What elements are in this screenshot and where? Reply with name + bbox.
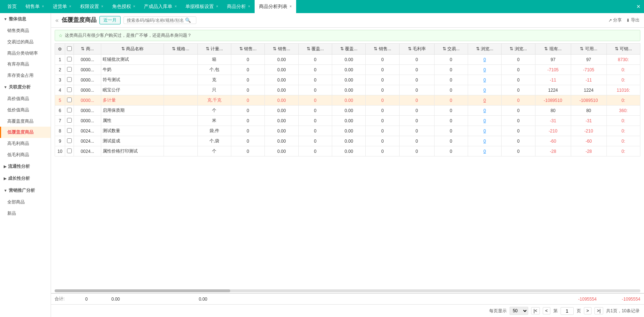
row-checkbox[interactable] bbox=[67, 77, 72, 82]
table-row: 40000...眠宝公仔只00.0000.0000000122412241101… bbox=[55, 85, 640, 95]
nav-close-sales-order[interactable]: × bbox=[42, 0, 44, 13]
sort-icon[interactable]: ⇅ bbox=[239, 46, 243, 51]
nav-close-goods-analysis-list[interactable]: × bbox=[290, 0, 292, 13]
last-page-button[interactable]: >| bbox=[594, 307, 603, 314]
first-page-button[interactable]: |< bbox=[531, 307, 540, 314]
close-all-tabs-button[interactable]: × bbox=[636, 3, 640, 10]
sidebar-item-high-value[interactable]: 高价值商品 bbox=[0, 93, 51, 104]
row-checkbox[interactable] bbox=[67, 148, 72, 153]
per-page-select[interactable]: 50 100 200 bbox=[510, 307, 528, 315]
sort-icon[interactable]: ⇅ bbox=[206, 46, 209, 51]
table-cell[interactable] bbox=[65, 146, 74, 156]
sidebar-item-new-goods[interactable]: 新品 bbox=[0, 208, 51, 219]
nav-close-template-settings[interactable]: × bbox=[216, 0, 218, 13]
search-input[interactable] bbox=[127, 18, 185, 23]
sidebar-item-low-gross[interactable]: 低毛利商品 bbox=[0, 149, 51, 161]
row-checkbox[interactable] bbox=[67, 57, 72, 62]
table-cell: 0 bbox=[502, 55, 535, 65]
sort-icon[interactable]: ⇅ bbox=[121, 46, 125, 51]
sort-icon[interactable]: ⇅ bbox=[476, 46, 480, 51]
sort-icon[interactable]: ⇅ bbox=[443, 46, 446, 51]
row-checkbox[interactable] bbox=[67, 128, 72, 133]
horizontal-scrollbar[interactable] bbox=[55, 289, 640, 292]
table-cell: -28 bbox=[571, 146, 606, 156]
sidebar-section-coverage[interactable]: ▼ 关联度分析 bbox=[0, 81, 51, 93]
sort-icon[interactable]: ⇅ bbox=[580, 46, 584, 51]
table-cell[interactable] bbox=[65, 75, 74, 85]
next-page-button[interactable]: > bbox=[584, 307, 592, 314]
row-checkbox[interactable] bbox=[67, 87, 72, 92]
sidebar-item-stocked-goods[interactable]: 有库存商品 bbox=[0, 59, 51, 70]
sidebar-section-marketing[interactable]: ▼ 营销推广分析 bbox=[0, 185, 51, 197]
sidebar-item-high-gross[interactable]: 高毛利商品 bbox=[0, 138, 51, 149]
sort-icon[interactable]: ⇅ bbox=[307, 46, 310, 51]
row-checkbox[interactable] bbox=[67, 67, 72, 72]
nav-permission-settings[interactable]: 权限设置 × bbox=[76, 0, 108, 13]
table-cell[interactable] bbox=[65, 126, 74, 136]
sidebar-section-overall[interactable]: ▼ 整体信息 bbox=[0, 13, 51, 25]
sort-icon[interactable]: ⇅ bbox=[340, 46, 344, 51]
share-button[interactable]: ↗ 分享 bbox=[608, 17, 622, 23]
table-cell[interactable] bbox=[65, 116, 74, 126]
page-number-input[interactable] bbox=[561, 307, 574, 315]
nav-sales-order[interactable]: 销售单 × bbox=[21, 0, 48, 13]
table-container[interactable]: ⚙ ⇅ 商... ⇅ 商品名称 ⇅ 规格... ⇅ 计量... ⇅ 销售... … bbox=[51, 43, 644, 289]
nav-goods-analysis[interactable]: 商品分析 × bbox=[223, 0, 255, 13]
sidebar-item-low-value[interactable]: 低价值商品 bbox=[0, 104, 51, 116]
sort-icon[interactable]: ⇅ bbox=[408, 46, 412, 51]
sort-icon[interactable]: ⇅ bbox=[510, 46, 513, 51]
nav-close-permission-settings[interactable]: × bbox=[101, 0, 103, 13]
nav-close-purchase-order[interactable]: × bbox=[69, 0, 71, 13]
sidebar-item-sales-goods[interactable]: 销售类商品 bbox=[0, 25, 51, 36]
scrollbar-thumb[interactable] bbox=[55, 289, 230, 292]
table-cell: 0.00 bbox=[265, 116, 298, 126]
table-cell: 0.00 bbox=[265, 146, 298, 156]
export-button[interactable]: ⬇ 导出 bbox=[626, 17, 640, 23]
table-cell[interactable] bbox=[65, 95, 74, 106]
period-filter-button[interactable]: 近一月 bbox=[99, 16, 121, 24]
nav-close-goods-analysis[interactable]: × bbox=[248, 0, 250, 13]
table-cell: 0024... bbox=[74, 126, 101, 136]
sort-icon[interactable]: ⇅ bbox=[172, 46, 176, 51]
nav-close-product-warehouse[interactable]: × bbox=[174, 0, 177, 13]
sort-icon[interactable]: ⇅ bbox=[374, 46, 377, 51]
settings-column-header[interactable]: ⚙ bbox=[55, 44, 65, 55]
sidebar-item-stock-capital[interactable]: 库存资金占用 bbox=[0, 70, 51, 81]
nav-home[interactable]: 首页 bbox=[3, 0, 21, 13]
table-cell: 0 bbox=[231, 146, 264, 156]
nav-template-settings[interactable]: 单据模板设置 × bbox=[181, 0, 223, 13]
table-cell[interactable] bbox=[65, 106, 74, 116]
table-cell[interactable] bbox=[65, 85, 74, 95]
sidebar-section-circulation[interactable]: ▶ 流通性分析 bbox=[0, 161, 51, 173]
table-cell[interactable] bbox=[65, 55, 74, 65]
table-cell[interactable] bbox=[65, 136, 74, 146]
sidebar-section-growth[interactable]: ▶ 成长性分析 bbox=[0, 173, 51, 185]
sort-icon[interactable]: ⇅ bbox=[544, 46, 548, 51]
row-checkbox[interactable] bbox=[67, 138, 72, 143]
sidebar-item-high-coverage[interactable]: 高覆盖度商品 bbox=[0, 116, 51, 127]
nav-purchase-order[interactable]: 进货单 × bbox=[48, 0, 76, 13]
nav-role-auth[interactable]: 角色授权 × bbox=[108, 0, 140, 13]
sort-icon[interactable]: ⇅ bbox=[615, 46, 619, 51]
table-cell[interactable] bbox=[65, 65, 74, 75]
nav-product-warehouse[interactable]: 产成品入库单 × bbox=[140, 0, 181, 13]
sidebar-item-traded-goods[interactable]: 交易过的商品 bbox=[0, 36, 51, 48]
table-cell: 0: bbox=[606, 95, 640, 106]
table-cell: 0.00 bbox=[265, 136, 298, 146]
select-all-checkbox[interactable] bbox=[67, 46, 72, 51]
sort-icon[interactable]: ⇅ bbox=[273, 46, 276, 51]
prev-page-button[interactable]: < bbox=[543, 307, 550, 314]
nav-goods-analysis-list[interactable]: 商品分析列表 × bbox=[255, 0, 296, 13]
sidebar-item-all-goods[interactable]: 全部商品 bbox=[0, 197, 51, 208]
sidebar-collapse-button[interactable]: « bbox=[55, 17, 59, 24]
sidebar-item-category-rate[interactable]: 商品分类动销率 bbox=[0, 48, 51, 59]
sidebar-item-low-coverage[interactable]: 低覆盖度商品 bbox=[0, 127, 51, 138]
row-checkbox[interactable] bbox=[67, 98, 72, 102]
row-checkbox[interactable] bbox=[67, 118, 72, 123]
search-icon[interactable]: 🔍 bbox=[185, 17, 191, 23]
row-checkbox[interactable] bbox=[67, 108, 72, 112]
sort-icon[interactable]: ⇅ bbox=[81, 46, 85, 51]
nav-close-role-auth[interactable]: × bbox=[133, 0, 136, 13]
section-collapse-coverage-icon: ▼ bbox=[4, 85, 7, 89]
checkbox-column-header[interactable] bbox=[65, 44, 74, 55]
